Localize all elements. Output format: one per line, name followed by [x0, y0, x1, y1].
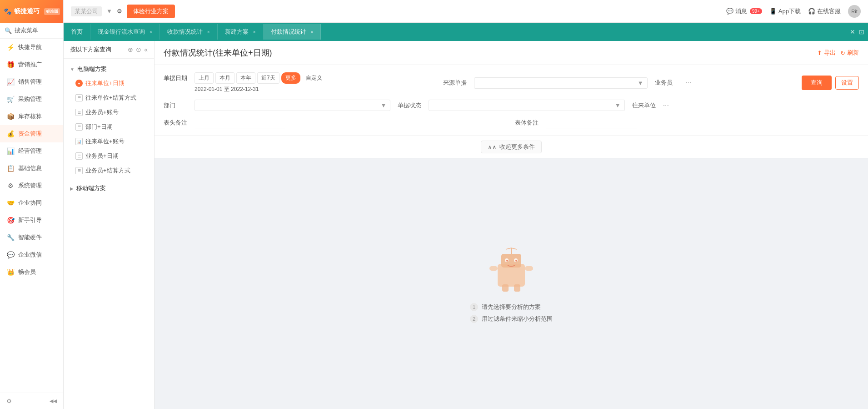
tab-payment-stats-label: 付款情况统计 — [271, 28, 306, 36]
sidebar-search[interactable]: 🔍 搜索菜单 — [0, 23, 63, 39]
service-icon: 🎧 — [808, 8, 815, 15]
sidebar-settings-icon[interactable]: ⚙ — [6, 398, 12, 404]
left-panel-actions: ⊕ ⊙ « — [128, 46, 148, 53]
sidebar-item-smart-hw[interactable]: 🔧 智能硬件 — [0, 229, 63, 246]
counterpart-dots-btn[interactable]: ··· — [663, 101, 669, 110]
plan-item-counterpart-date[interactable]: ● 往来单位+日期 — [64, 76, 154, 91]
sidebar-item-sales[interactable]: 📈 销售管理 — [0, 73, 63, 91]
doc-status-filter-section: 单据状态 ▼ — [398, 100, 624, 111]
sidebar-item-marketing[interactable]: 🎁 营销推广 — [0, 56, 63, 73]
export-button[interactable]: ⬆ 导出 — [817, 49, 836, 57]
date-buttons: 上月 本月 本年 近7天 更多 自定义 — [195, 72, 326, 84]
sidebar-collapse-icon[interactable]: ◀◀ — [50, 398, 57, 404]
filter-row-3: 表头备注 表体备注 — [164, 117, 859, 128]
mobile-section-arrow: ▶ — [70, 186, 74, 191]
staff-filter-label: 业务员 — [655, 79, 682, 87]
sidebar-item-label: 库存核算 — [18, 112, 42, 121]
tab-maximize-icon[interactable]: ⊡ — [859, 28, 864, 35]
tab-bank-flow-close[interactable]: × — [150, 30, 152, 35]
user-avatar[interactable]: Rit — [848, 5, 861, 18]
refresh-label: 刷新 — [847, 49, 859, 57]
topbar-settings-icon[interactable]: ⚙ — [117, 8, 122, 15]
sidebar-item-sys[interactable]: ⚙ 系统管理 — [0, 177, 63, 194]
message-item[interactable]: 💬 消息 99+ — [726, 7, 762, 15]
sidebar-item-purchase[interactable]: 🛒 采购管理 — [0, 91, 63, 108]
sidebar-item-enterprise-wx[interactable]: 💬 企业微信 — [0, 246, 63, 263]
purchase-icon: 🛒 — [6, 95, 15, 103]
search-label: 搜索菜单 — [15, 26, 38, 35]
sidebar-item-label: 新手引导 — [18, 216, 42, 224]
tab-close-all-icon[interactable]: ✕ — [850, 28, 855, 35]
table-body-remark-input[interactable] — [546, 117, 637, 128]
dept-select[interactable]: ▼ — [195, 100, 390, 111]
date-last-7days[interactable]: 近7天 — [257, 72, 279, 84]
plan-item-staff-account[interactable]: ☰ 业务员+账号 — [64, 105, 154, 120]
sidebar-item-vip[interactable]: 👑 畅会员 — [0, 263, 63, 281]
plan-item-counterpart-settle[interactable]: ☰ 往来单位+结算方式 — [64, 91, 154, 105]
sidebar-item-enterprise[interactable]: 🤝 企业协同 — [0, 194, 63, 212]
date-this-month[interactable]: 本月 — [215, 72, 234, 84]
tab-receipt-stats[interactable]: 收款情况统计 × — [160, 24, 218, 40]
tab-receipt-stats-label: 收款情况统计 — [167, 28, 203, 36]
source-filter-label: 来源单据 — [443, 79, 470, 87]
tab-new-plan-close[interactable]: × — [253, 30, 256, 35]
source-select[interactable]: ▼ — [474, 77, 647, 89]
service-item[interactable]: 🎧 在线客服 — [808, 7, 841, 15]
collapse-label: 收起更多条件 — [499, 143, 535, 151]
plan-label: 部门+日期 — [85, 123, 113, 131]
add-plan-icon[interactable]: ⊕ — [128, 46, 133, 53]
table-head-remark-label: 表头备注 — [164, 119, 191, 127]
sidebar-item-basic-info[interactable]: 📋 基础信息 — [0, 160, 63, 177]
doc-status-select[interactable]: ▼ — [429, 100, 624, 111]
tab-payment-stats-close[interactable]: × — [311, 30, 314, 35]
date-custom-btn[interactable]: 自定义 — [302, 73, 326, 83]
trial-button[interactable]: 体验行业方案 — [127, 5, 175, 18]
tab-home[interactable]: 首页 — [64, 24, 90, 40]
filter-area: 单据日期 上月 本月 本年 近7天 更多 自定义 2022-01-01 至 20… — [155, 65, 868, 136]
date-more-btn[interactable]: 更多 — [281, 72, 300, 84]
sidebar-item-label: 营销推广 — [18, 61, 42, 69]
plan-item-dept-date[interactable]: ☰ 部门+日期 — [64, 120, 154, 134]
query-button[interactable]: 查询 — [802, 76, 832, 90]
table-head-remark-input[interactable] — [195, 117, 285, 128]
tab-payment-stats[interactable]: 付款情况统计 × — [264, 24, 321, 40]
sidebar-item-operation[interactable]: 📊 经营管理 — [0, 142, 63, 160]
plan-table-icon-2: ☰ — [75, 109, 83, 116]
app-download-item[interactable]: 📱 App下载 — [769, 7, 801, 15]
tab-receipt-stats-close[interactable]: × — [207, 30, 210, 35]
refresh-icon: ↻ — [840, 50, 845, 56]
plan-item-staff-settle[interactable]: ☰ 业务员+结算方式 — [64, 163, 154, 178]
sidebar-item-quick-nav[interactable]: ⚡ 快捷导航 — [0, 39, 63, 56]
message-label: 消息 — [735, 7, 747, 15]
collapse-conditions-btn[interactable]: ∧∧ 收起更多条件 — [481, 141, 542, 153]
plan-item-counterpart-account[interactable]: 📊 往来单位+账号 — [64, 134, 154, 149]
topbar-arrow: ▼ — [106, 8, 112, 15]
plan-active-icon: ● — [75, 80, 83, 87]
plan-item-staff-date[interactable]: ☰ 业务员+日期 — [64, 149, 154, 163]
tab-bank-flow[interactable]: 现金银行流水查询 × — [90, 24, 160, 40]
date-filter-label: 单据日期 — [164, 74, 191, 82]
sidebar-item-inventory[interactable]: 📦 库存核算 — [0, 108, 63, 125]
staff-dots-btn[interactable]: ··· — [686, 79, 692, 87]
finance-icon: 💰 — [6, 130, 15, 138]
desktop-section: ▼ 电脑端方案 ● 往来单位+日期 ☰ 往来单位+结算方式 ☰ 业务员+账号 ☰ — [64, 59, 154, 182]
settings-button[interactable]: 设置 — [835, 76, 859, 90]
refresh-button[interactable]: ↻ 刷新 — [840, 49, 859, 57]
date-this-year[interactable]: 本年 — [236, 72, 255, 84]
desktop-section-header[interactable]: ▼ 电脑端方案 — [64, 62, 154, 76]
newbie-icon: 🎯 — [6, 216, 15, 224]
dept-filter-label: 部门 — [164, 101, 191, 110]
source-filter-section: 来源单据 ▼ — [443, 77, 647, 89]
filter-row-2: 部门 ▼ 单据状态 ▼ 往来单位 ··· — [164, 100, 859, 111]
doc-status-arrow: ▼ — [615, 102, 621, 109]
mobile-section-header[interactable]: ▶ 移动端方案 — [64, 182, 154, 195]
sys-icon: ⚙ — [6, 182, 15, 190]
panel-collapse-icon[interactable]: « — [144, 46, 148, 53]
date-last-month[interactable]: 上月 — [195, 72, 214, 84]
plan-settings-icon[interactable]: ⊙ — [136, 46, 141, 53]
sidebar-item-finance[interactable]: 💰 资金管理 — [0, 125, 63, 142]
tab-new-plan[interactable]: 新建方案 × — [218, 24, 264, 40]
sidebar-item-newbie[interactable]: 🎯 新手引导 — [0, 212, 63, 229]
sidebar-item-label: 快捷导航 — [18, 43, 42, 51]
source-select-arrow: ▼ — [638, 80, 644, 86]
